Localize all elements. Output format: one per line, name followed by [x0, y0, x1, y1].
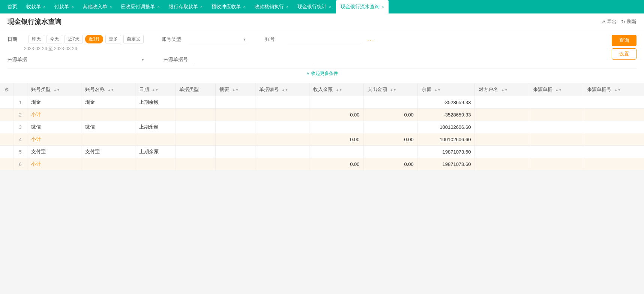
more-dots[interactable]: ...: [367, 36, 374, 43]
source-doc-select[interactable]: [33, 56, 146, 63]
close-icon[interactable]: ×: [382, 4, 384, 9]
source-doc-select-wrapper: [33, 56, 146, 63]
cell-source-doc: [529, 96, 583, 109]
column-header-account-name[interactable]: 账号名称 ▲▼: [81, 83, 135, 96]
nav-item-prepaid[interactable]: 预收冲应收单 ×: [207, 0, 250, 13]
column-header-account-type[interactable]: 账号类型 ▲▼: [27, 83, 81, 96]
sort-icon-account-name: ▲▼: [107, 88, 114, 92]
cell-counterparty: [475, 133, 529, 146]
column-header-balance[interactable]: 余额 ▲▼: [417, 83, 475, 96]
close-icon[interactable]: ×: [286, 4, 288, 9]
cell-doc-no: [255, 158, 309, 170]
column-header-source-doc[interactable]: 来源单据 ▲▼: [529, 83, 583, 96]
nav-item-receipt[interactable]: 收款单 ×: [22, 0, 50, 13]
close-icon[interactable]: ×: [243, 4, 245, 9]
date-btn-yesterday[interactable]: 昨天: [29, 35, 44, 43]
source-doc-no-input[interactable]: [194, 56, 314, 63]
cell-source-doc-no: [583, 121, 644, 133]
date-range-display: 2023-02-24 至 2023-03-24: [24, 46, 77, 51]
collapse-bar[interactable]: ∧ 收起更多条件: [8, 69, 636, 78]
table-row: 2 小计 0.00 0.00 -3528659.33: [0, 109, 644, 121]
cell-expense: [363, 121, 417, 133]
row-number: 1: [14, 96, 27, 109]
cell-income: 0.00: [309, 109, 363, 121]
nav-item-payment[interactable]: 付款单 ×: [50, 0, 78, 13]
date-btn-1month[interactable]: 近1月: [85, 35, 104, 43]
cell-summary: [215, 109, 255, 121]
column-header-counterparty[interactable]: 对方户名 ▲▼: [475, 83, 529, 96]
date-btn-more[interactable]: 更多: [105, 35, 121, 43]
cell-expense: [363, 96, 417, 109]
cell-summary: [215, 158, 255, 170]
row-number: 3: [14, 121, 27, 133]
sort-icon-source-doc-no: ▲▼: [614, 88, 621, 92]
cell-doc-no: [255, 133, 309, 146]
cell-account-name: 微信: [81, 121, 135, 133]
cell-balance: 19871073.60: [417, 158, 475, 170]
row-action-gear[interactable]: [0, 96, 14, 109]
table-row: 1 现金 现金 上期余额 -3528659.33: [0, 96, 644, 109]
nav-item-adjustment[interactable]: 应收应付调整单 ×: [116, 0, 164, 13]
column-header-doc-no[interactable]: 单据编号 ▲▼: [255, 83, 309, 96]
cell-balance: -3528659.33: [417, 109, 475, 121]
close-icon[interactable]: ×: [200, 4, 203, 9]
account-input[interactable]: [286, 36, 361, 43]
cell-account-name: [81, 158, 135, 170]
cell-account-name: [81, 109, 135, 121]
column-header-summary[interactable]: 摘要 ▲▼: [215, 83, 255, 96]
source-doc-no-label: 来源单据号: [164, 56, 188, 63]
nav-item-verify[interactable]: 收款核销执行 ×: [250, 0, 293, 13]
account-type-label: 账号类型: [162, 36, 181, 43]
nav-item-home[interactable]: 首页: [3, 0, 22, 13]
cell-summary: [215, 133, 255, 146]
cell-counterparty: [475, 158, 529, 170]
cell-doc-type: [175, 133, 215, 146]
cell-source-doc: [529, 146, 583, 158]
table-container: ⚙ 账号类型 ▲▼ 账号名称 ▲▼ 日期 ▲▼ 单据类型 摘要 ▲▼ 单据编号 …: [0, 83, 644, 170]
close-icon[interactable]: ×: [329, 4, 331, 9]
nav-item-other-income[interactable]: 其他收入单 ×: [78, 0, 116, 13]
query-button[interactable]: 查询: [612, 35, 636, 46]
account-type-select-wrapper: [187, 36, 247, 43]
nav-item-bank-deposit[interactable]: 银行存取款单 ×: [164, 0, 207, 13]
row-action-gear[interactable]: [0, 109, 14, 121]
cell-summary: [215, 96, 255, 109]
cell-summary: [215, 146, 255, 158]
export-button[interactable]: ↗ 导出: [601, 18, 617, 25]
account-type-select[interactable]: [187, 36, 247, 43]
column-header-source-doc-no[interactable]: 来源单据号 ▲▼: [583, 83, 644, 96]
nav-item-statistics[interactable]: 现金银行统计 ×: [293, 0, 336, 13]
column-header-expense[interactable]: 支出金额 ▲▼: [363, 83, 417, 96]
cell-expense: 0.00: [363, 109, 417, 121]
column-header-date[interactable]: 日期 ▲▼: [135, 83, 176, 96]
date-btn-today[interactable]: 今天: [47, 35, 62, 43]
row-action-gear[interactable]: [0, 121, 14, 133]
row-action-gear[interactable]: [0, 146, 14, 158]
cell-doc-no: [255, 109, 309, 121]
close-icon[interactable]: ×: [157, 4, 159, 9]
close-icon[interactable]: ×: [71, 4, 74, 9]
nav-label-prepaid: 预收冲应收单: [212, 3, 241, 10]
nav-label-receipt: 收款单: [26, 3, 41, 10]
cell-doc-type: [175, 109, 215, 121]
filter-area: 日期 昨天 今天 近7天 近1月 更多 自定义 账号类型 账号 ...: [0, 30, 644, 83]
date-btn-7days[interactable]: 近7天: [65, 35, 83, 43]
close-icon[interactable]: ×: [43, 4, 45, 9]
sort-icon-balance: ▲▼: [434, 88, 441, 92]
column-header-gear[interactable]: ⚙: [0, 83, 14, 96]
row-action-gear[interactable]: [0, 133, 14, 146]
nav-label-statistics: 现金银行统计: [297, 3, 327, 10]
refresh-button[interactable]: ↻ 刷新: [621, 18, 636, 25]
column-header-income[interactable]: 收入金额 ▲▼: [309, 83, 363, 96]
date-label: 日期: [8, 36, 23, 43]
cell-balance: 100102606.60: [417, 133, 475, 146]
date-btn-custom[interactable]: 自定义: [123, 35, 144, 43]
table-row: 3 微信 微信 上期余额 100102606.60: [0, 121, 644, 133]
settings-button[interactable]: 设置: [612, 48, 636, 60]
table-row: 4 小计 0.00 0.00 100102606.60: [0, 133, 644, 146]
row-action-gear[interactable]: [0, 158, 14, 170]
cell-source-doc-no: [583, 146, 644, 158]
nav-item-cash-flow[interactable]: 现金银行流水查询 ×: [336, 0, 389, 13]
close-icon[interactable]: ×: [110, 4, 112, 9]
sort-icon-counterparty: ▲▼: [501, 88, 508, 92]
